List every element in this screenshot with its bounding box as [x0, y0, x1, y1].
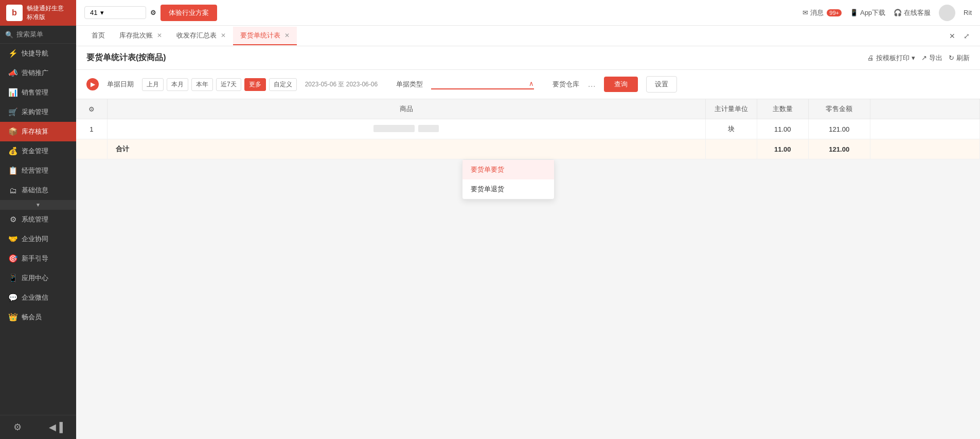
export-icon: ↗ — [921, 54, 927, 62]
tab-close-inventory-batch[interactable]: ✕ — [157, 32, 162, 39]
message-icon: ✉ — [803, 9, 808, 16]
sidebar-item-finance[interactable]: 💰 资金管理 — [0, 141, 76, 161]
sidebar-item-basic-info[interactable]: 🗂 基础信息 — [0, 180, 76, 200]
app-center-icon: 📱 — [8, 273, 17, 283]
user-avatar[interactable] — [939, 5, 955, 21]
collapse-sidebar-button[interactable]: ◀▐ — [45, 419, 67, 435]
topbar-left: 41 ▾ ⚙ 体验行业方案 — [84, 5, 796, 21]
sidebar-item-app-center[interactable]: 📱 应用中心 — [0, 268, 76, 288]
footer-empty-2 — [705, 139, 757, 159]
type-dropdown-menu: 要货单要货 要货单退货 — [462, 159, 555, 199]
sidebar-header: b 畅捷通好生意 标准版 — [0, 0, 76, 26]
date-btn-custom[interactable]: 自定义 — [269, 78, 297, 91]
settings-btn[interactable]: 设置 — [646, 76, 677, 93]
sidebar-item-inventory[interactable]: 📦 库存核算 — [0, 122, 76, 141]
footer-label: 合计 — [107, 139, 705, 159]
date-buttons-group: 上月 本月 本年 近7天 更多 自定义 — [142, 78, 297, 91]
quick-nav-icon: ⚡ — [8, 49, 17, 58]
date-btn-this-month[interactable]: 本月 — [167, 78, 188, 91]
filter-expand-btn[interactable]: ▶ — [86, 78, 99, 90]
filter-more-btn[interactable]: … — [587, 80, 596, 89]
export-btn[interactable]: ↗ 导出 — [921, 53, 942, 63]
data-table: ⚙ 商品 主计量单位 主数量 零售金额 — [76, 99, 980, 159]
type-filter-chevron-icon[interactable]: ∧ — [529, 80, 534, 87]
tab-expand-btn[interactable]: ⤢ — [961, 30, 972, 42]
product-name-placeholder — [373, 125, 415, 132]
sidebar-item-guide[interactable]: 🎯 新手引导 — [0, 249, 76, 268]
app-logo: b — [6, 5, 23, 21]
online-service-btn[interactable]: 🎧 在线客服 — [894, 8, 931, 17]
dropdown-item-order-return[interactable]: 要货单退货 — [462, 179, 554, 199]
sidebar-scroll-down[interactable]: ▼ — [0, 200, 76, 210]
table-row: 1 块 11.00 121.00 — [76, 119, 980, 139]
page-actions: 🖨 按模板打印 ▾ ↗ 导出 ↻ 刷新 — [867, 53, 970, 63]
marketing-icon: 📣 — [8, 68, 17, 78]
tab-order-stats[interactable]: 要货单统计表 ✕ — [233, 27, 297, 45]
date-btn-last-month[interactable]: 上月 — [142, 78, 164, 91]
store-selector[interactable]: 41 ▾ — [84, 6, 146, 19]
sidebar-search[interactable]: 🔍 搜索菜单 — [0, 26, 76, 44]
date-filter-label: 单据日期 — [107, 80, 134, 89]
col-header-unit: 主计量单位 — [705, 99, 757, 119]
tab-close-receivables[interactable]: ✕ — [221, 32, 226, 39]
app-title: 畅捷通好生意 标准版 — [27, 4, 64, 22]
footer-qty: 11.00 — [757, 139, 808, 159]
sidebar-item-purchase[interactable]: 🛒 采购管理 — [0, 102, 76, 122]
sidebar-item-enterprise[interactable]: 🤝 企业协同 — [0, 229, 76, 249]
sidebar-item-wechat[interactable]: 💬 企业微信 — [0, 288, 76, 307]
col-header-extra — [870, 99, 979, 119]
sidebar-item-system[interactable]: ⚙ 系统管理 — [0, 210, 76, 229]
product-code-placeholder — [418, 125, 439, 132]
print-btn[interactable]: 🖨 按模板打印 ▾ — [867, 53, 915, 63]
mobile-icon: 📱 — [850, 9, 858, 16]
main-area: 41 ▾ ⚙ 体验行业方案 ✉ 消息 99+ 📱 App下载 🎧 在线客服 Ri… — [76, 0, 980, 439]
sidebar-item-marketing[interactable]: 📣 营销推广 — [0, 63, 76, 83]
query-btn[interactable]: 查询 — [604, 77, 638, 92]
tab-home[interactable]: 首页 — [84, 27, 112, 45]
date-btn-this-year[interactable]: 本年 — [191, 78, 213, 91]
sidebar-bottom: ⚙ ◀▐ — [0, 415, 76, 439]
type-filter-label: 单据类型 — [396, 80, 423, 89]
tab-receivables[interactable]: 收发存汇总表 ✕ — [169, 27, 233, 45]
col-header-qty: 主数量 — [757, 99, 808, 119]
tab-close-all-btn[interactable]: ✕ — [947, 30, 957, 42]
store-chevron-icon: ▾ — [100, 9, 104, 16]
sidebar-item-operations[interactable]: 📋 经营管理 — [0, 161, 76, 180]
cell-amount: 121.00 — [808, 119, 870, 139]
dropdown-item-order-goods[interactable]: 要货单要货 — [462, 160, 554, 179]
guide-icon: 🎯 — [8, 254, 17, 263]
table-header-row: ⚙ 商品 主计量单位 主数量 零售金额 — [76, 99, 980, 119]
message-btn[interactable]: ✉ 消息 99+ — [803, 8, 842, 17]
date-btn-more[interactable]: 更多 — [244, 78, 266, 91]
settings-button[interactable]: ⚙ — [9, 419, 26, 435]
type-filter-select[interactable]: ∧ — [431, 80, 534, 89]
enterprise-icon: 🤝 — [8, 234, 17, 244]
refresh-btn[interactable]: ↻ 刷新 — [949, 53, 970, 63]
finance-icon: 💰 — [8, 147, 17, 156]
industry-btn[interactable]: 体验行业方案 — [161, 5, 217, 21]
topbar-right: ✉ 消息 99+ 📱 App下载 🎧 在线客服 Rit — [803, 5, 972, 21]
app-download-btn[interactable]: 📱 App下载 — [850, 8, 885, 17]
sidebar-item-sales[interactable]: 📊 销售管理 — [0, 83, 76, 102]
user-name: Rit — [964, 9, 972, 16]
wechat-icon: 💬 — [8, 293, 17, 302]
topbar-gear-icon[interactable]: ⚙ — [150, 9, 156, 16]
store-number: 41 — [90, 9, 97, 16]
table-settings-cell[interactable]: ⚙ — [76, 99, 107, 119]
date-btn-7days[interactable]: 近7天 — [216, 78, 241, 91]
tab-inventory-batch[interactable]: 库存批次账 ✕ — [112, 27, 169, 45]
warehouse-filter-label: 要货仓库 — [553, 80, 579, 89]
footer-extra — [870, 139, 979, 159]
sidebar-item-member[interactable]: 👑 畅会员 — [0, 307, 76, 327]
tab-close-order-stats[interactable]: ✕ — [284, 32, 290, 39]
cell-no: 1 — [76, 119, 107, 139]
sidebar-item-quick-nav[interactable]: ⚡ 快捷导航 — [0, 44, 76, 63]
headset-icon: 🎧 — [894, 9, 902, 16]
tab-bar-actions: ✕ ⤢ — [947, 30, 972, 42]
footer-empty-1 — [76, 139, 107, 159]
purchase-icon: 🛒 — [8, 107, 17, 117]
search-icon: 🔍 — [5, 31, 13, 39]
page-title: 要货单统计表(按商品) — [86, 52, 166, 63]
type-filter-input[interactable] — [431, 80, 529, 87]
print-icon: 🖨 — [867, 54, 874, 62]
